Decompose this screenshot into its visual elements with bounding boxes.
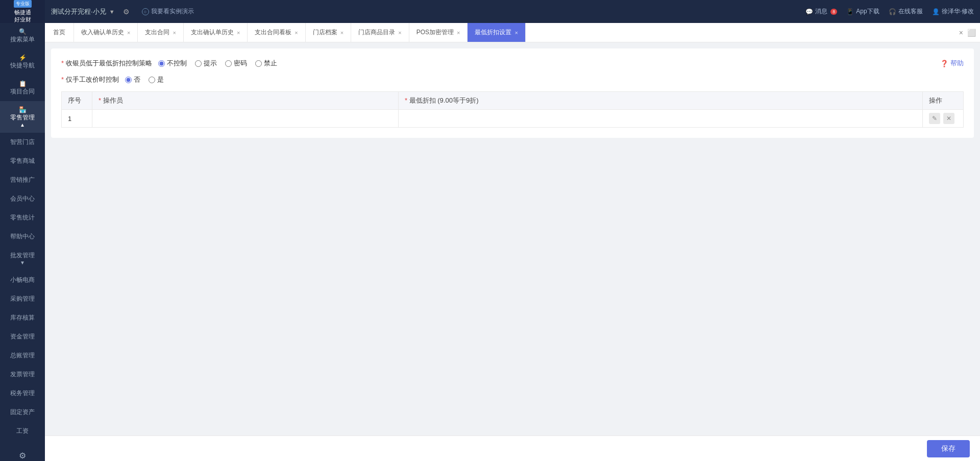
batch-arrow-icon: ▼ bbox=[20, 260, 25, 265]
tab-pos-password[interactable]: POS加密管理 × bbox=[409, 23, 468, 42]
bottom-bar: 保存 bbox=[45, 435, 980, 461]
table-row: 1 ✎ ✕ bbox=[62, 110, 964, 128]
sidebar-item-ecommerce[interactable]: 小畅电商 bbox=[0, 271, 45, 289]
radio-yes-input[interactable] bbox=[149, 77, 155, 83]
sidebar-item-inventory[interactable]: 库存核算 bbox=[0, 308, 45, 327]
sidebar-item-invoice[interactable]: 发票管理 bbox=[0, 365, 45, 384]
help-button[interactable]: ❓ 帮助 bbox=[940, 59, 964, 68]
sidebar-item-purchase[interactable]: 采购管理 bbox=[0, 289, 45, 308]
project-selector[interactable]: 测试分开完程·小兄 ▼ bbox=[51, 7, 115, 16]
tab-store-goods-catalog-close[interactable]: × bbox=[398, 30, 401, 36]
col-header-action: 操作 bbox=[923, 92, 964, 110]
radio-no-input[interactable] bbox=[125, 77, 132, 83]
settings-gear-icon[interactable]: ⚙ bbox=[19, 451, 26, 460]
sidebar-item-retail-stats[interactable]: 零售统计 bbox=[0, 208, 45, 227]
tab-store-goods-catalog[interactable]: 门店商品目录 × bbox=[351, 23, 409, 42]
edit-icon[interactable]: ✎ bbox=[929, 113, 940, 124]
sidebar-label-ledger: 总账管理 bbox=[10, 351, 35, 360]
radio-no-control[interactable]: 不控制 bbox=[158, 59, 187, 68]
sidebar-item-ledger[interactable]: 总账管理 bbox=[0, 346, 45, 365]
radio-no-label: 否 bbox=[134, 75, 140, 84]
radio-no-control-label: 不控制 bbox=[167, 59, 187, 68]
sidebar-item-smart-store[interactable]: 智营门店 bbox=[0, 133, 45, 152]
sidebar-item-batch[interactable]: 批发管理 ▼ bbox=[0, 246, 45, 271]
main-area: 测试分开完程·小兄 ▼ ⚙ ○ 我要看实例演示 💬 消息 8 📱 App下载 🎧… bbox=[45, 0, 980, 461]
sidebar-item-salary[interactable]: 工资 bbox=[0, 422, 45, 441]
topbar: 测试分开完程·小兄 ▼ ⚙ ○ 我要看实例演示 💬 消息 8 📱 App下载 🎧… bbox=[45, 0, 980, 23]
demo-link[interactable]: ○ 我要看实例演示 bbox=[142, 7, 194, 16]
retail-icon: 🏪 bbox=[19, 106, 27, 113]
radio-yes[interactable]: 是 bbox=[149, 75, 164, 84]
page-content: 收银员低于最低折扣控制策略 不控制 提示 密码 bbox=[45, 42, 980, 435]
sidebar-item-member[interactable]: 会员中心 bbox=[0, 189, 45, 208]
cell-min-discount bbox=[399, 110, 923, 128]
project-name: 测试分开完程·小兄 bbox=[51, 7, 106, 16]
app-name: 畅捷通好业财 bbox=[14, 9, 32, 23]
radio-forbid-label: 禁止 bbox=[264, 59, 277, 68]
sidebar-item-help[interactable]: 帮助中心 bbox=[0, 227, 45, 246]
sidebar-item-settings[interactable]: ⚙ bbox=[17, 446, 28, 461]
sidebar-label-finance: 资金管理 bbox=[10, 332, 35, 341]
tab-home[interactable]: 首页 bbox=[45, 23, 74, 42]
tabs-bar: 首页 收入确认单历史 × 支出合同 × 支出确认单历史 × 支出合同看板 × 门… bbox=[45, 23, 980, 42]
topbar-settings-icon[interactable]: ⚙ bbox=[123, 8, 130, 16]
user-name: 徐泽华·修改 bbox=[942, 7, 974, 16]
radio-no[interactable]: 否 bbox=[125, 75, 140, 84]
sidebar-item-quicknav[interactable]: ⚡ 快捷导航 bbox=[0, 49, 45, 75]
sidebar-item-tax[interactable]: 税务管理 bbox=[0, 384, 45, 403]
sidebar-label-marketing: 营销推广 bbox=[10, 176, 35, 184]
radio-prompt[interactable]: 提示 bbox=[195, 59, 217, 68]
tab-payment-contract[interactable]: 支出合同 × bbox=[138, 23, 183, 42]
tab-income-confirm-history[interactable]: 收入确认单历史 × bbox=[74, 23, 138, 42]
tab-min-discount-setting[interactable]: 最低折扣设置 × bbox=[468, 23, 525, 42]
sidebar-label-fixed-assets: 固定资产 bbox=[10, 408, 35, 417]
radio-prompt-input[interactable] bbox=[195, 60, 202, 67]
radio-forbid[interactable]: 禁止 bbox=[255, 59, 277, 68]
content-panel: 收银员低于最低折扣控制策略 不控制 提示 密码 bbox=[51, 48, 974, 138]
sidebar-label-smart-store: 智营门店 bbox=[10, 138, 35, 147]
tab-min-discount-setting-close[interactable]: × bbox=[514, 30, 518, 36]
tab-payment-confirm-history-close[interactable]: × bbox=[237, 30, 240, 36]
radio-forbid-input[interactable] bbox=[255, 60, 262, 67]
quicknav-icon: ⚡ bbox=[19, 54, 27, 61]
sidebar-item-finance[interactable]: 资金管理 bbox=[0, 327, 45, 346]
tab-pos-password-close[interactable]: × bbox=[457, 30, 460, 36]
sidebar-label-ecommerce: 小畅电商 bbox=[10, 276, 35, 284]
sidebar-label-tax: 税务管理 bbox=[10, 389, 35, 398]
sidebar-item-fixed-assets[interactable]: 固定资产 bbox=[0, 403, 45, 422]
tab-min-discount-setting-label: 最低折扣设置 bbox=[475, 28, 511, 37]
tab-payment-contract-board-close[interactable]: × bbox=[295, 30, 298, 36]
save-button[interactable]: 保存 bbox=[927, 440, 970, 457]
demo-text: 我要看实例演示 bbox=[151, 7, 194, 16]
download-icon: 📱 bbox=[846, 8, 854, 15]
sidebar-item-retail-mall[interactable]: 零售商城 bbox=[0, 152, 45, 171]
user-menu[interactable]: 👤 徐泽华·修改 bbox=[932, 7, 974, 16]
radio-no-control-input[interactable] bbox=[158, 60, 165, 67]
sidebar-item-marketing[interactable]: 营销推广 bbox=[0, 171, 45, 189]
online-service-btn[interactable]: 🎧 在线客服 bbox=[889, 7, 923, 16]
app-download-btn[interactable]: 📱 App下载 bbox=[846, 7, 879, 16]
tab-more-icon[interactable]: ⬜ bbox=[967, 29, 976, 37]
discount-table: 序号 操作员 最低折扣 (9.00等于9折) 操作 1 bbox=[61, 91, 964, 128]
message-badge: 8 bbox=[830, 9, 837, 15]
tab-close-all-icon[interactable]: × bbox=[959, 29, 963, 37]
tab-payment-contract-close[interactable]: × bbox=[173, 30, 176, 36]
message-btn[interactable]: 💬 消息 8 bbox=[805, 7, 837, 16]
tab-payment-contract-board[interactable]: 支出合同看板 × bbox=[248, 23, 305, 42]
cell-operator bbox=[92, 110, 399, 128]
cell-seq: 1 bbox=[62, 110, 92, 128]
radio-password[interactable]: 密码 bbox=[225, 59, 247, 68]
tab-store-file-close[interactable]: × bbox=[340, 30, 344, 36]
tab-income-confirm-history-close[interactable]: × bbox=[127, 30, 130, 36]
action-icons: ✎ ✕ bbox=[929, 113, 957, 124]
sidebar-item-project-contract[interactable]: 📋 项目合同 bbox=[0, 75, 45, 101]
delete-icon[interactable]: ✕ bbox=[943, 113, 954, 124]
sidebar-label-retail-mall: 零售商城 bbox=[10, 157, 35, 165]
tab-payment-confirm-history[interactable]: 支出确认单历史 × bbox=[184, 23, 248, 42]
tab-store-file[interactable]: 门店档案 × bbox=[306, 23, 351, 42]
sidebar-item-retail[interactable]: 🏪 零售管理 ▲ bbox=[0, 101, 45, 133]
sidebar-item-search[interactable]: 🔍 搜索菜单 bbox=[0, 23, 45, 49]
radio-password-input[interactable] bbox=[225, 60, 232, 67]
sidebar-label-invoice: 发票管理 bbox=[10, 370, 35, 379]
user-avatar-icon: 👤 bbox=[932, 8, 940, 15]
